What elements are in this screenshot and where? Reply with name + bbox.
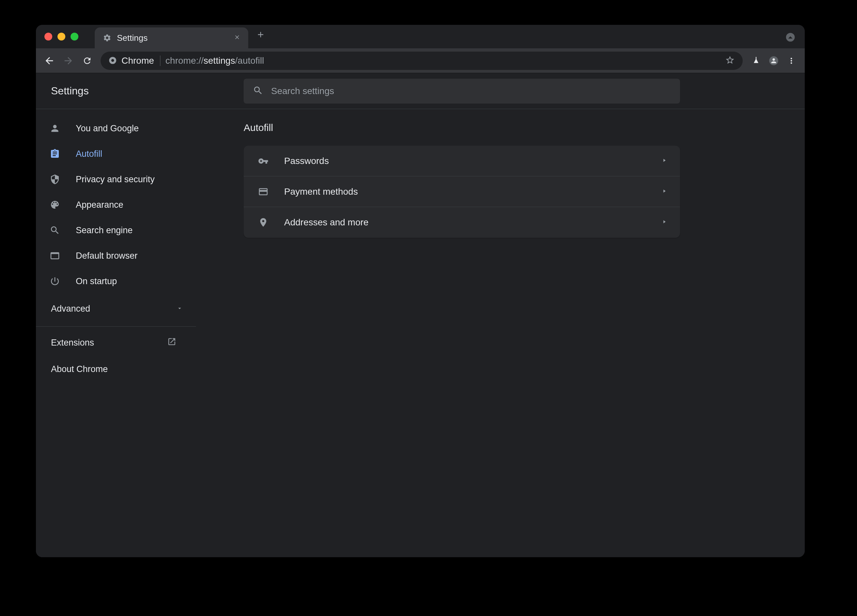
window-controls: [45, 33, 78, 40]
nav-label: Search engine: [76, 225, 133, 235]
row-label: Passwords: [284, 156, 662, 166]
nav-appearance[interactable]: Appearance: [36, 192, 196, 218]
search-settings-input[interactable]: [271, 86, 671, 96]
clipboard-icon: [49, 148, 61, 160]
browser-window: Settings Chrome chrome://settings/aut: [36, 25, 805, 557]
row-payment-methods[interactable]: Payment methods: [244, 176, 680, 207]
row-label: Payment methods: [284, 186, 662, 197]
shield-icon: [49, 173, 61, 185]
toolbar-actions: [748, 53, 800, 69]
window-maximize-button[interactable]: [71, 33, 78, 40]
page-title: Settings: [36, 85, 238, 97]
nav-label: Default browser: [76, 251, 138, 261]
nav-privacy-security[interactable]: Privacy and security: [36, 167, 196, 192]
chevron-right-icon: [662, 158, 667, 164]
bookmark-star-button[interactable]: [725, 55, 735, 66]
nav-label: About Chrome: [51, 364, 108, 374]
tab-strip: Settings: [36, 25, 805, 48]
browser-tab[interactable]: Settings: [95, 28, 248, 48]
location-icon: [257, 217, 270, 228]
nav-you-and-google[interactable]: You and Google: [36, 116, 196, 141]
chevron-right-icon: [662, 189, 667, 195]
incognito-icon[interactable]: [785, 32, 796, 42]
person-icon: [49, 122, 61, 134]
browser-toolbar: Chrome chrome://settings/autofill: [36, 48, 805, 73]
nav-label: On startup: [76, 276, 117, 286]
search-icon: [253, 85, 263, 97]
settings-content: You and Google Autofill Privacy and secu…: [36, 73, 805, 557]
tab-title: Settings: [117, 33, 229, 43]
nav-label: Privacy and security: [76, 175, 155, 184]
nav-extensions[interactable]: Extensions: [36, 329, 196, 356]
nav-label: Appearance: [76, 200, 124, 210]
url-host-label: Chrome: [122, 56, 154, 66]
window-minimize-button[interactable]: [57, 33, 65, 40]
search-settings-box[interactable]: [244, 79, 680, 104]
search-icon: [49, 224, 61, 236]
row-addresses[interactable]: Addresses and more: [244, 207, 680, 238]
profile-button[interactable]: [766, 53, 782, 69]
nav-default-browser[interactable]: Default browser: [36, 243, 196, 268]
back-button[interactable]: [41, 53, 57, 69]
url-text: chrome://settings/autofill: [160, 56, 268, 66]
credit-card-icon: [257, 186, 270, 197]
nav-about-chrome[interactable]: About Chrome: [36, 356, 196, 382]
nav-label: Advanced: [51, 304, 90, 314]
nav-search-engine[interactable]: Search engine: [36, 218, 196, 243]
new-tab-button[interactable]: [253, 28, 268, 43]
browser-icon: [49, 250, 61, 262]
settings-header: Settings: [36, 73, 805, 109]
nav-label: You and Google: [76, 124, 139, 133]
chevron-down-icon: [176, 304, 183, 314]
palette-icon: [49, 199, 61, 210]
address-bar[interactable]: Chrome chrome://settings/autofill: [101, 52, 743, 70]
nav-on-startup[interactable]: On startup: [36, 268, 196, 294]
nav-label: Extensions: [51, 338, 94, 348]
forward-button[interactable]: [60, 53, 76, 69]
row-label: Addresses and more: [284, 217, 662, 228]
section-title: Autofill: [244, 122, 805, 133]
sidebar-divider: [36, 326, 196, 327]
open-external-icon: [167, 337, 176, 348]
key-icon: [257, 156, 270, 166]
settings-main: Autofill Passwords Payment methods Addre…: [196, 73, 805, 557]
chevron-right-icon: [662, 219, 667, 226]
nav-advanced[interactable]: Advanced: [36, 294, 196, 323]
menu-button[interactable]: [783, 53, 800, 69]
gear-icon: [102, 33, 112, 42]
window-close-button[interactable]: [45, 33, 52, 40]
autofill-card: Passwords Payment methods Addresses and …: [244, 145, 680, 238]
power-icon: [49, 275, 61, 287]
settings-sidebar: You and Google Autofill Privacy and secu…: [36, 73, 196, 557]
close-tab-button[interactable]: [234, 33, 240, 42]
nav-label: Autofill: [76, 149, 102, 159]
labs-button[interactable]: [748, 53, 764, 69]
row-passwords[interactable]: Passwords: [244, 145, 680, 176]
reload-button[interactable]: [79, 53, 95, 69]
svg-point-2: [111, 59, 114, 62]
chrome-icon: [108, 56, 118, 65]
nav-autofill[interactable]: Autofill: [36, 141, 196, 167]
